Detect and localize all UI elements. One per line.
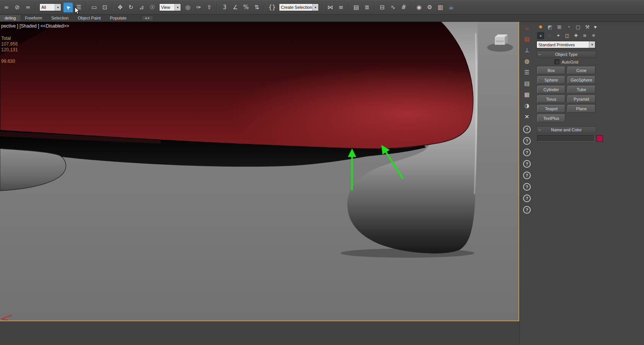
objtype-textplus-button[interactable]: TextPlus xyxy=(537,114,565,122)
subtab-shapes[interactable]: ◌ xyxy=(546,32,553,39)
subtab-helpers[interactable]: ✚ xyxy=(572,32,579,39)
select-and-link[interactable]: ∞ xyxy=(2,2,11,13)
subtab-space-warps[interactable]: ≋ xyxy=(581,32,588,39)
toggle-ribbon[interactable]: ⊟ xyxy=(377,2,387,13)
objtype-torus-button[interactable]: Torus xyxy=(537,95,565,103)
ribbon-tab-populate[interactable]: Populate xyxy=(105,15,131,21)
snaps-toggle-3d[interactable]: 3 xyxy=(220,2,230,13)
chevron-down-icon: ▼ xyxy=(312,4,318,11)
select-and-scale[interactable]: ⊿ xyxy=(137,2,147,13)
ribbon-tab-selection[interactable]: Selection xyxy=(47,15,73,21)
select-by-name[interactable]: ☰ xyxy=(74,2,84,13)
objtype-box-button[interactable]: Box xyxy=(537,67,565,74)
render-production[interactable]: ☕ xyxy=(446,2,456,13)
teapot-icon[interactable]: ☕ xyxy=(522,24,532,32)
toggle-scene-explorer[interactable]: ▤ xyxy=(351,2,361,13)
curve-editor[interactable]: ∿ xyxy=(388,2,398,13)
objtype-sphere-button[interactable]: Sphere xyxy=(537,76,565,84)
help-icon[interactable]: ? xyxy=(523,149,531,156)
objtype-tube-button[interactable]: Tube xyxy=(567,86,595,93)
chevron-down-icon: ▾ xyxy=(148,16,149,20)
help-icon[interactable]: ? xyxy=(523,183,531,191)
viewport-label[interactable]: pective ] [Shaded ] <<Disabled>> xyxy=(1,23,69,29)
keyboard-shortcut-override[interactable]: ⇧ xyxy=(204,2,214,13)
select-and-place[interactable]: ☉ xyxy=(147,2,157,13)
rectangular-selection-region[interactable]: ▭ xyxy=(89,2,99,13)
select-and-move[interactable]: ✥ xyxy=(115,2,125,13)
subtab-lights[interactable]: ✦ xyxy=(555,32,562,39)
window-crossing-toggle[interactable]: ⊡ xyxy=(100,2,110,13)
ribbon-tab-object-paint[interactable]: Object Paint xyxy=(73,15,105,21)
subtab-cameras[interactable]: ◫ xyxy=(564,32,571,39)
selection-filter[interactable]: All▼ xyxy=(39,3,61,11)
objtype-plane-button[interactable]: Plane xyxy=(567,105,595,113)
ribbon-options-button[interactable]: ● ▾ xyxy=(141,15,153,21)
help-icon[interactable]: ? xyxy=(523,126,531,133)
objtype-geosphere-button[interactable]: GeoSphere xyxy=(567,76,595,84)
select-and-manipulate[interactable]: ✑ xyxy=(194,2,204,13)
subtab-geometry[interactable]: ● xyxy=(537,32,544,39)
checker-sphere-icon[interactable]: ◍ xyxy=(522,57,532,65)
subtab-systems[interactable]: ✳ xyxy=(590,32,597,39)
reference-coordinate-system[interactable]: View▼ xyxy=(159,3,181,11)
schematic-view[interactable]: # xyxy=(399,2,409,13)
collapse-icon: − xyxy=(538,128,541,132)
select-object[interactable]: ➤ xyxy=(63,2,73,13)
collapse-icon: − xyxy=(538,52,541,57)
angle-snap-toggle[interactable]: ∠ xyxy=(230,2,240,13)
tab-create[interactable]: ✹ xyxy=(537,24,544,30)
use-pivot-point-center[interactable]: ◎ xyxy=(183,2,193,13)
ribbon-tab-deling[interactable]: deling xyxy=(0,15,20,21)
rendered-frame-window[interactable]: ▥ xyxy=(435,2,445,13)
pattern-icon[interactable]: ▦ xyxy=(522,90,532,99)
objtype-cone-button[interactable]: Cone xyxy=(567,67,595,74)
spinner-snap-toggle[interactable]: ⇅ xyxy=(252,2,262,13)
tab-display[interactable]: ▢ xyxy=(575,24,581,30)
help-icon[interactable]: ? xyxy=(523,137,531,145)
help-icon[interactable]: ? xyxy=(523,172,531,179)
name-color-rollout-header[interactable]: − Name and Color xyxy=(536,126,596,133)
ribbon-tab-freeform[interactable]: Freeform xyxy=(20,15,47,21)
chest-icon[interactable]: ▤ xyxy=(522,35,532,43)
render-setup[interactable]: ⚙ xyxy=(425,2,435,13)
percent-snap-toggle[interactable]: % xyxy=(241,2,251,13)
align[interactable]: ≡ xyxy=(336,2,346,13)
objtype-pyramid-button[interactable]: Pyramid xyxy=(567,95,595,103)
tab-hierarchy[interactable]: ⊞ xyxy=(556,24,562,30)
tab-modify[interactable]: ◩ xyxy=(546,24,553,30)
tab-motion[interactable]: ◔ xyxy=(565,24,572,30)
object-type-rollout-header[interactable]: − Object Type xyxy=(536,51,596,58)
keyboard-shortcut-override-icon: ⇧ xyxy=(207,5,212,10)
help-icon[interactable]: ? xyxy=(523,195,531,202)
autogrid-checkbox[interactable] xyxy=(554,59,559,64)
named-selection-sets[interactable]: Create Selection Se▼ xyxy=(279,3,319,11)
tab-utilities[interactable]: ⚒ xyxy=(584,24,590,30)
unlink-selection[interactable]: ⊘ xyxy=(12,2,22,13)
object-name-input[interactable] xyxy=(537,135,595,142)
mirror-icon: ⋈ xyxy=(328,5,333,10)
bind-to-space-warp[interactable]: ≈ xyxy=(23,2,33,13)
ribbon-tab-bar: delingFreeformSelectionObject PaintPopul… xyxy=(0,15,644,22)
toggle-scene-explorer-icon: ▤ xyxy=(354,5,359,10)
use-pivot-point-center-icon: ◎ xyxy=(185,5,190,10)
select-and-rotate[interactable]: ↻ xyxy=(126,2,136,13)
edit-named-selection-sets[interactable]: {} xyxy=(267,2,277,13)
angle-snap-toggle-icon: ∠ xyxy=(233,5,238,10)
bind-to-space-warp-icon: ≈ xyxy=(26,5,31,10)
perspective-viewport[interactable]: FRONT pective ] [Shaded ] <<Disabled>> T… xyxy=(0,22,519,321)
help-icon[interactable]: ? xyxy=(523,206,531,214)
primitives-category-dropdown[interactable]: Standard Primitives ▼ xyxy=(536,41,595,48)
plumb-icon: ⊥ xyxy=(524,47,529,53)
object-color-swatch[interactable] xyxy=(596,135,603,142)
layer-stack-icon[interactable]: ▤ xyxy=(522,79,532,88)
help-icon[interactable]: ? xyxy=(523,160,531,168)
plumb-icon[interactable]: ⊥ xyxy=(522,46,532,54)
material-editor[interactable]: ◉ xyxy=(414,2,424,13)
sphere-icon[interactable]: ◑ xyxy=(522,101,532,110)
objtype-teapot-button[interactable]: Teapot xyxy=(537,105,565,113)
lathe-stack-icon[interactable]: ☰ xyxy=(522,68,532,77)
close-icon[interactable]: ✕ xyxy=(522,113,532,121)
objtype-cylinder-button[interactable]: Cylinder xyxy=(537,86,565,93)
mirror[interactable]: ⋈ xyxy=(325,2,335,13)
toggle-layer-explorer[interactable]: ≣ xyxy=(362,2,372,13)
